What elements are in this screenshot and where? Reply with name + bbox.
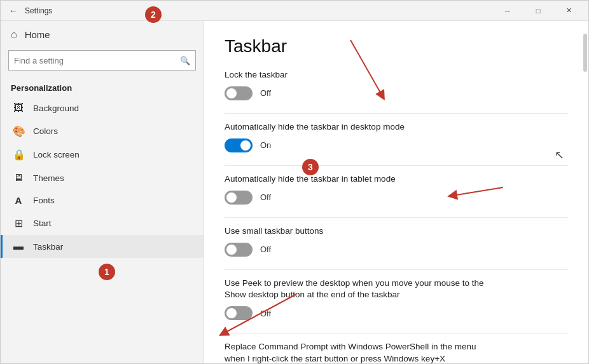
small-buttons-knob [226,245,237,255]
fonts-label: Fonts [33,196,55,205]
auto-hide-tablet-label: Automatically hide the taskbar in tablet… [225,173,568,185]
setting-lock-taskbar: Lock the taskbar Off [225,69,568,100]
search-input[interactable] [14,56,180,65]
start-label: Start [33,219,52,228]
small-buttons-state: Off [260,245,271,254]
powershell-label: Replace Command Prompt with Windows Powe… [225,341,568,363]
titlebar: ← Settings ─ □ ✕ [1,1,588,21]
home-label: Home [25,29,50,40]
search-box[interactable]: 🔍 [8,50,196,71]
colors-icon: 🎨 [13,125,24,137]
setting-auto-hide-tablet: Automatically hide the taskbar in tablet… [225,173,568,205]
auto-hide-tablet-row: Off [225,191,568,205]
lock-taskbar-state: Off [260,88,271,98]
window-title: Settings [25,6,493,15]
peek-row: Off [225,306,568,320]
setting-auto-hide-desktop: Automatically hide the taskbar in deskto… [225,121,568,152]
themes-icon: 🖥 [13,172,24,184]
sidebar-item-background[interactable]: 🖼 Background [1,97,204,119]
sidebar-item-fonts[interactable]: A Fonts [1,189,204,212]
peek-state: Off [260,309,271,318]
sidebar-item-home[interactable]: ⌂ Home [1,21,204,48]
sidebar-item-lock-screen[interactable]: 🔒 Lock screen [1,143,204,166]
content-panel: Taskbar Lock the taskbar Off Automatical… [204,21,588,363]
small-buttons-row: Off [225,243,568,257]
auto-hide-desktop-toggle[interactable] [225,138,253,152]
lock-screen-label: Lock screen [33,150,80,159]
settings-window: ← Settings ─ □ ✕ ⌂ Home 🔍 Personalizatio… [0,0,589,364]
auto-hide-tablet-state: Off [260,192,271,202]
lock-screen-icon: 🔒 [13,149,24,161]
setting-powershell: Replace Command Prompt with Windows Powe… [225,341,568,363]
sidebar-item-start[interactable]: ⊞ Start [1,212,204,235]
sidebar-item-colors[interactable]: 🎨 Colors [1,119,204,143]
close-button[interactable]: ✕ [554,1,583,21]
background-icon: 🖼 [13,102,24,114]
start-icon: ⊞ [13,217,24,229]
auto-hide-desktop-label: Automatically hide the taskbar in deskto… [225,121,568,133]
sidebar-item-taskbar[interactable]: ▬ Taskbar [1,235,204,258]
small-buttons-label: Use small taskbar buttons [225,226,568,238]
taskbar-label: Taskbar [33,242,63,252]
auto-hide-tablet-knob [226,192,237,203]
taskbar-icon: ▬ [13,241,24,252]
auto-hide-tablet-toggle[interactable] [225,191,253,205]
minimize-button[interactable]: ─ [493,1,522,21]
lock-taskbar-label: Lock the taskbar [225,69,568,81]
main-layout: ⌂ Home 🔍 Personalization 🖼 Background 🎨 … [1,21,588,363]
sidebar-item-themes[interactable]: 🖥 Themes [1,166,204,189]
page-title: Taskbar [225,36,568,57]
back-button[interactable]: ← [6,3,21,18]
background-label: Background [33,104,79,113]
fonts-icon: A [13,195,24,206]
maximize-button[interactable]: □ [523,1,553,21]
home-icon: ⌂ [11,29,17,40]
peek-knob [226,308,237,318]
lock-taskbar-row: Off [225,86,568,100]
peek-toggle[interactable] [225,306,253,320]
setting-small-buttons: Use small taskbar buttons Off [225,226,568,257]
lock-taskbar-knob [226,88,237,98]
auto-hide-desktop-knob [240,140,251,151]
setting-peek: Use Peek to preview the desktop when you… [225,278,568,321]
scrollbar-track[interactable] [583,21,587,363]
lock-taskbar-toggle[interactable] [225,86,253,100]
colors-label: Colors [33,126,58,136]
section-title: Personalization [1,78,204,97]
themes-label: Themes [33,173,64,183]
sidebar: ⌂ Home 🔍 Personalization 🖼 Background 🎨 … [1,21,204,363]
peek-label: Use Peek to preview the desktop when you… [225,278,568,302]
auto-hide-desktop-state: On [260,140,271,150]
window-controls: ─ □ ✕ [493,1,583,21]
auto-hide-desktop-row: On [225,138,568,152]
small-buttons-toggle[interactable] [225,243,253,257]
search-icon: 🔍 [180,56,190,65]
scrollbar-thumb[interactable] [583,34,587,72]
